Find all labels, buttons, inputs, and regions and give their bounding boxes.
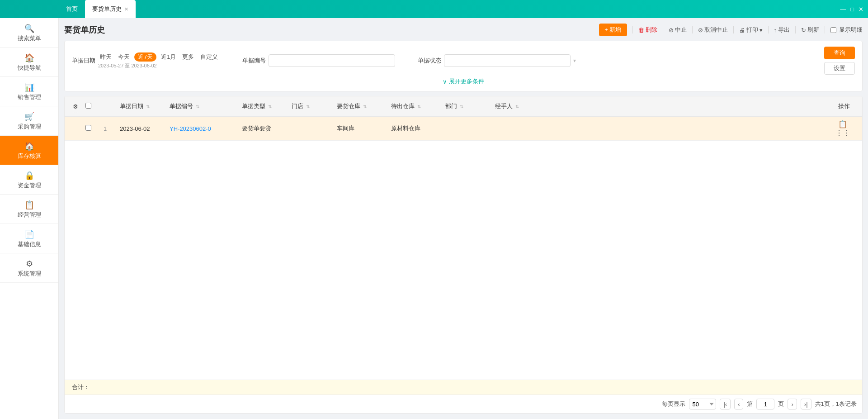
expand-icon: ∨ xyxy=(443,78,447,85)
next-page-btn[interactable]: › xyxy=(788,399,797,409)
divider-7 xyxy=(825,26,825,33)
cancel-stop-btn[interactable]: ⊘ 取消中止 xyxy=(698,26,728,34)
display-detail-btn[interactable]: 显示明细 xyxy=(830,26,863,34)
sidebar-item-ops-mgmt[interactable]: 📋 经营管理 xyxy=(0,195,58,224)
select-all-checkbox[interactable] xyxy=(85,103,91,109)
td-dept xyxy=(441,117,491,141)
tab-home[interactable]: 首页 xyxy=(59,0,85,18)
page-size-select[interactable]: 20 50 100 200 xyxy=(689,399,716,409)
sidebar-item-sales-mgmt[interactable]: 📊 销售管理 xyxy=(0,77,58,106)
sort-dept-icon: ⇅ xyxy=(460,104,463,109)
search-menu-icon: 🔍 xyxy=(24,24,34,33)
sidebar-label-inventory: 库存核算 xyxy=(18,152,41,160)
shortcut-1month[interactable]: 近1月 xyxy=(159,52,178,62)
summary-label: 合计： xyxy=(72,383,90,391)
status-input[interactable] xyxy=(444,54,571,67)
sidebar-label-purchase-mgmt: 采购管理 xyxy=(18,123,41,131)
window-minimize-btn[interactable]: — xyxy=(840,6,846,13)
status-dropdown-icon[interactable]: ▾ xyxy=(573,57,576,64)
delete-btn[interactable]: 🗑 删除 xyxy=(638,26,657,34)
sort-date-icon: ⇅ xyxy=(146,104,150,109)
shortcut-more[interactable]: 更多 xyxy=(180,52,196,62)
th-handler[interactable]: 经手人 ⇅ xyxy=(491,96,826,117)
filter-row-1: 单据日期 昨天 今天 近7天 近1月 更多 自定义 2023-05-27 至 2… xyxy=(72,47,855,75)
display-detail-checkbox[interactable] xyxy=(830,27,836,33)
th-dept[interactable]: 部门 ⇅ xyxy=(441,96,491,117)
order-num-link[interactable]: YH-20230602-0 xyxy=(170,125,211,132)
settings-btn[interactable]: 设置 xyxy=(824,62,855,75)
sidebar-label-finance-mgmt: 资金管理 xyxy=(18,181,41,190)
sidebar-item-basic-info[interactable]: 📄 基础信息 xyxy=(0,224,58,253)
sort-handler-icon: ⇅ xyxy=(515,104,519,109)
filter-actions: 查询 设置 xyxy=(824,47,855,75)
row-edit-icon[interactable]: 📋 xyxy=(838,120,847,128)
status-filter-group: 单据状态 ▾ xyxy=(418,54,580,67)
date-shortcuts: 昨天 今天 近7天 近1月 更多 自定义 xyxy=(98,52,220,62)
th-settings: ⚙ xyxy=(65,96,81,117)
window-maximize-btn[interactable]: □ xyxy=(850,6,854,13)
date-shortcuts-group: 昨天 今天 近7天 近1月 更多 自定义 2023-05-27 至 2023-0… xyxy=(98,52,220,69)
tab-req-history[interactable]: 要货单历史 ✕ xyxy=(85,0,136,18)
status-label: 单据状态 xyxy=(418,57,441,65)
pagination-bar: 每页显示 20 50 100 200 |‹ ‹ 第 页 › ›| 共1页，1条记… xyxy=(65,395,862,413)
sort-req-wh-icon: ⇅ xyxy=(363,104,367,109)
divider-2 xyxy=(663,26,663,33)
th-order-num[interactable]: 单据编号 ⇅ xyxy=(165,96,237,117)
sidebar-item-finance-mgmt[interactable]: 🔒 资金管理 xyxy=(0,165,58,195)
column-settings-btn[interactable]: ⚙ xyxy=(69,100,82,113)
stop-btn[interactable]: ⊘ 中止 xyxy=(669,26,687,34)
shortcut-7days[interactable]: 近7天 xyxy=(134,52,156,62)
row-checkbox[interactable] xyxy=(85,125,91,131)
td-order-num: YH-20230602-0 xyxy=(165,117,237,141)
finance-mgmt-icon: 🔒 xyxy=(24,171,34,180)
sidebar-item-inventory[interactable]: 🏠 库存核算 xyxy=(0,136,58,165)
page-number-input[interactable] xyxy=(756,399,774,409)
th-store[interactable]: 门店 ⇅ xyxy=(287,96,332,117)
th-pending-wh[interactable]: 待出仓库 ⇅ xyxy=(387,96,441,117)
refresh-btn[interactable]: ↻ 刷新 xyxy=(801,26,819,34)
ops-mgmt-icon: 📋 xyxy=(24,201,34,209)
shortcut-custom[interactable]: 自定义 xyxy=(198,52,220,62)
order-num-filter-group: 单据编号 xyxy=(242,54,395,67)
sidebar-item-purchase-mgmt[interactable]: 🛒 采购管理 xyxy=(0,106,58,136)
sidebar-item-search-menu[interactable]: 🔍 搜索菜单 xyxy=(0,18,58,48)
page-label: 第 xyxy=(747,400,753,408)
first-page-btn[interactable]: |‹ xyxy=(720,399,731,409)
filter-panel: 单据日期 昨天 今天 近7天 近1月 更多 自定义 2023-05-27 至 2… xyxy=(64,41,863,91)
print-dropdown-icon[interactable]: ▾ xyxy=(760,27,763,33)
tab-close-icon[interactable]: ✕ xyxy=(124,6,128,12)
expand-more-btn[interactable]: ∨ 展开更多条件 xyxy=(72,77,855,86)
print-btn[interactable]: 🖨 打印 ▾ xyxy=(739,26,763,34)
sidebar-item-quick-nav[interactable]: 🏠 快捷导航 xyxy=(0,48,58,77)
td-date: 2023-06-02 xyxy=(115,117,165,141)
last-page-btn[interactable]: ›| xyxy=(801,399,811,409)
sidebar-label-ops-mgmt: 经营管理 xyxy=(18,211,41,219)
total-info: 共1页，1条记录 xyxy=(815,400,857,408)
new-btn[interactable]: + 新增 xyxy=(599,24,627,36)
page-title: 要货单历史 xyxy=(64,24,105,35)
query-btn[interactable]: 查询 xyxy=(824,47,855,59)
th-req-wh[interactable]: 要货仓库 ⇅ xyxy=(332,96,387,117)
sidebar-label-sys-mgmt: 系统管理 xyxy=(18,270,41,278)
export-btn[interactable]: ↑ 导出 xyxy=(774,26,790,34)
content-area: 要货单历史 + 新增 🗑 删除 ⊘ 中止 ⊘ 取消中止 xyxy=(59,18,868,419)
header-actions: + 新增 🗑 删除 ⊘ 中止 ⊘ 取消中止 🖨 xyxy=(599,24,863,36)
shortcut-yesterday[interactable]: 昨天 xyxy=(98,52,113,62)
row-more-icon[interactable]: ⋮⋮ xyxy=(835,129,850,137)
order-num-input[interactable] xyxy=(269,54,395,67)
delete-icon: 🗑 xyxy=(638,27,644,33)
window-close-btn[interactable]: ✕ xyxy=(859,6,863,13)
td-handler xyxy=(491,117,826,141)
shortcut-today[interactable]: 今天 xyxy=(116,52,132,62)
th-type[interactable]: 单据类型 ⇅ xyxy=(237,96,287,117)
prev-page-btn[interactable]: ‹ xyxy=(734,399,743,409)
sidebar-label-search-menu: 搜索菜单 xyxy=(18,34,41,43)
print-icon: 🖨 xyxy=(739,27,745,33)
th-checkbox xyxy=(81,96,99,117)
th-date[interactable]: 单据日期 ⇅ xyxy=(115,96,165,117)
data-table: ⚙ 单据日期 ⇅ 单据编号 xyxy=(65,96,862,141)
sidebar-item-sys-mgmt[interactable]: ⚙ 系统管理 xyxy=(0,253,58,283)
td-pending-wh: 原材料仓库 xyxy=(387,117,441,141)
th-op: 操作 xyxy=(826,96,862,117)
th-num xyxy=(99,96,115,117)
